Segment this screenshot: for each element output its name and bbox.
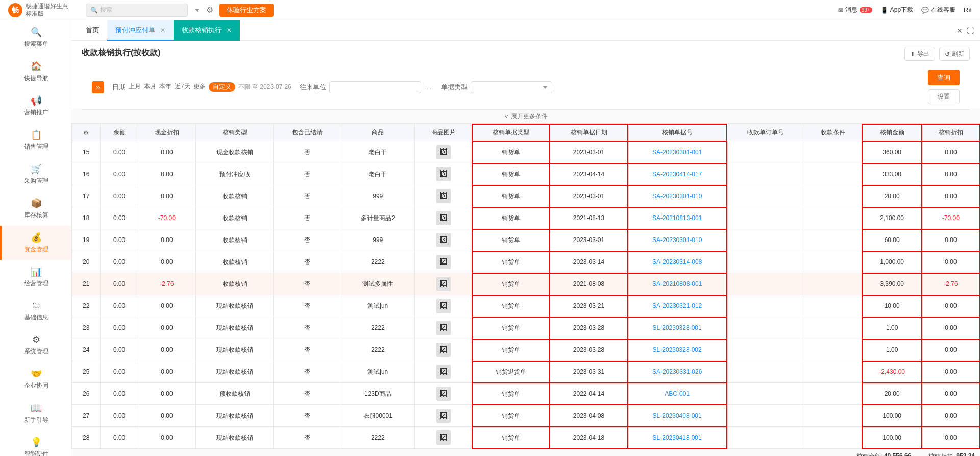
filter-dots: ... [424,83,433,91]
col-gear[interactable]: ⚙ [72,124,101,141]
message-btn[interactable]: ✉ 消息 99+ [838,6,872,14]
tab-receivable[interactable]: 收款核销执行 ✕ [174,20,240,41]
date-this-year[interactable]: 本年 [159,82,172,92]
bill-no-link[interactable]: SA-20230331-026 [652,368,702,375]
table-footer: 核销金额 40,556,66... 核销折扣 952.24 [71,449,980,456]
online-service-btn[interactable]: 💬 在线客服 [921,6,955,14]
tab-home[interactable]: 首页 [78,20,107,41]
settings-btn[interactable]: ⚙ [206,5,213,15]
sidebar-item-enterprise[interactable]: 🤝 企业协同 [0,362,71,396]
counterparty-filter: 往来单位 ... [300,81,433,93]
bill-no-link[interactable]: ABC-001 [665,390,690,397]
system-icon: ⚙ [32,334,40,345]
bill-no-link[interactable]: SL-20230408-001 [653,412,702,419]
message-badge: 99+ [860,7,872,13]
bill-no-link[interactable]: SL-20230418-001 [653,434,702,441]
sidebar-item-guide[interactable]: 📖 新手引导 [0,396,71,430]
table-row: 200.000.00收款核销否2222🖼销货单2023-03-14SA-2023… [72,251,980,273]
user-name[interactable]: Rit [964,6,972,14]
bill-no-link[interactable]: SA-20230414-017 [652,171,702,178]
bill-no-link[interactable]: SA-20230301-010 [652,236,702,244]
main-content: 首页 预付冲应付单 ✕ 收款核销执行 ✕ ✕ ⛶ 收款核销执行(按收款) [71,20,980,456]
finance-icon: 💰 [31,232,42,243]
expand-more-bar[interactable]: ∨ 展开更多条件 [71,110,980,124]
export-btn[interactable]: ⬆ 导出 [904,47,935,61]
sidebar-item-quicknav[interactable]: 🏠 快捷导航 [0,55,71,89]
table-row: 260.000.00预收款核销否123D商品🖼销货单2022-04-14ABC-… [72,383,980,405]
col-cancel-type: 核销类型 [195,124,273,141]
date-custom-btn[interactable]: 自定义 [209,82,235,92]
inventory-icon: 📦 [31,198,42,209]
sidebar-item-inventory[interactable]: 📦 库存核算 [0,191,71,226]
table-row: 170.000.00收款核销否999🖼销货单2023-03-01SA-20230… [72,185,980,207]
col-goods-img: 商品图片 [414,124,472,141]
bill-no-link[interactable]: SA-20230301-001 [652,149,702,156]
search-icon: 🔍 [31,27,42,38]
dropdown-arrow[interactable]: ▼ [194,7,200,14]
query-btn[interactable]: 查询 [928,70,960,85]
setting-btn[interactable]: 设置 [928,89,960,104]
date-7days[interactable]: 近7天 [175,82,190,92]
col-receipt-order-no: 收款单订单号 [727,124,804,141]
bill-no-link[interactable]: SA-20210808-001 [652,280,702,287]
data-table: ⚙ 余额 现金折扣 核销类型 包含已结清 商品 商品图片 核销单据类型 核销单据… [71,124,980,449]
tab-close-btn[interactable]: ✕ [957,27,963,35]
table-row: 280.000.00现结收款核销否2222🖼销货单2023-04-18SL-20… [72,427,980,449]
guide-icon: 📖 [31,402,42,414]
sidebar-item-purchase[interactable]: 🛒 采购管理 [0,157,71,191]
footer-cancel-amount: 核销金额 40,556,66... [856,452,916,456]
search-input-display[interactable]: 🔍 搜索 [86,4,188,17]
sidebar-item-system[interactable]: ⚙ 系统管理 [0,328,71,362]
tab-receivable-close[interactable]: ✕ [227,27,232,34]
sidebar-item-search[interactable]: 🔍 搜索菜单 [0,20,71,55]
export-icon: ⬆ [910,51,915,58]
tab-maximize-btn[interactable]: ⛶ [967,27,974,35]
sidebar-item-basics[interactable]: 🗂 基础信息 [0,294,71,328]
industry-btn[interactable]: 休验行业方案 [219,4,274,17]
table-body: 150.000.00现金收款核销否老白干🖼销货单2023-03-01SA-202… [72,141,980,449]
marketing-icon: 📢 [31,95,42,106]
tab-bar: 首页 预付冲应付单 ✕ 收款核销执行 ✕ ✕ ⛶ [71,20,980,41]
filter-toggle-btn[interactable]: » [92,81,104,93]
page-header: 收款核销执行(按收款) ⬆ 导出 ↺ 刷新 [71,41,980,110]
bill-no-link[interactable]: SA-20210813-001 [652,214,702,222]
sidebar-item-finance[interactable]: 💰 资金管理 [0,226,71,260]
col-cancel-bill-date: 核销单据日期 [550,124,627,141]
top-bar-actions: ✉ 消息 99+ 📱 App下载 💬 在线客服 Rit [838,6,972,14]
bill-type-filter: 单据类型 [441,81,552,93]
page-actions: ⬆ 导出 ↺ 刷新 [904,47,970,61]
page-title: 收款核销执行(按收款) [82,47,161,58]
date-more[interactable]: 更多 [193,82,206,92]
date-last-month[interactable]: 上月 [129,82,141,92]
sidebar-item-operations[interactable]: 📊 经营管理 [0,260,71,294]
bill-no-link[interactable]: SA-20230301-010 [652,193,702,200]
home-icon: 🏠 [31,61,42,72]
refresh-btn[interactable]: ↺ 刷新 [939,47,970,61]
tab-prepay-close[interactable]: ✕ [160,27,165,34]
date-this-month[interactable]: 本月 [144,82,156,92]
sidebar: 🔍 搜索菜单 🏠 快捷导航 📢 营销推广 📋 销售管理 🛒 采购管理 📦 库存核… [0,20,71,456]
footer-cancel-amount-val: 40,556,66... [884,452,916,456]
bill-type-select[interactable] [471,81,552,93]
table-row: 220.000.00现结收款核销否测试jun🖼销货单2023-03-21SA-2… [72,295,980,317]
top-bar: 畅 畅捷通谐好生意 标准版 🔍 搜索 ▼ ⚙ 休验行业方案 ✉ 消息 99+ 📱… [0,0,980,20]
sales-icon: 📋 [31,129,42,140]
bill-no-link[interactable]: SL-20230328-001 [653,324,702,331]
date-links: 上月 本月 本年 近7天 更多 自定义 [129,82,235,92]
bill-no-link[interactable]: SA-20230321-012 [652,302,702,309]
app-download-btn[interactable]: 📱 App下载 [880,6,913,14]
table-row: 270.000.00现结收款核销否衣服00001🖼销货单2023-04-08SL… [72,405,980,427]
bill-no-link[interactable]: SA-20230314-008 [652,258,702,266]
counterparty-input[interactable] [329,81,421,93]
sidebar-item-smart[interactable]: 💡 智能硬件 [0,430,71,456]
sidebar-item-sales[interactable]: 📋 销售管理 [0,123,71,157]
col-cancel-discount: 核销折扣 [922,124,979,141]
table-row: 180.00-70.00收款核销否多计量商品2🖼销货单2021-08-13SA-… [72,207,980,229]
footer-cancel-discount: 核销折扣 952.24 [928,452,975,456]
col-cash-discount: 现金折扣 [138,124,195,141]
tab-bar-actions: ✕ ⛶ [957,27,974,35]
sidebar-item-marketing[interactable]: 📢 营销推广 [0,89,71,123]
tab-prepay[interactable]: 预付冲应付单 ✕ [107,20,174,41]
bill-no-link[interactable]: SL-20230328-002 [653,346,702,353]
col-goods: 商品 [341,124,414,141]
